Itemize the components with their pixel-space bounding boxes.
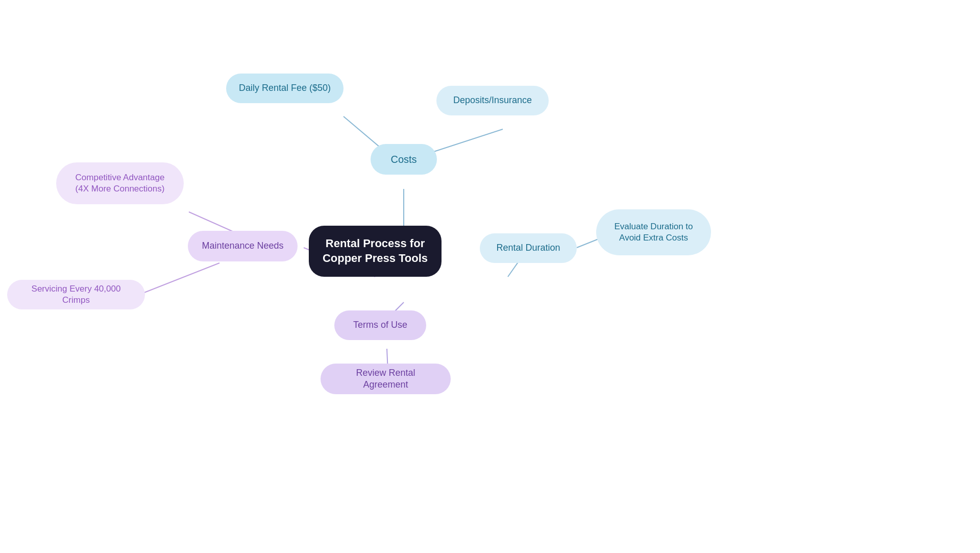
center-node: Rental Process for Copper Press Tools bbox=[309, 226, 442, 277]
review-rental-agreement-node: Review Rental Agreement bbox=[321, 364, 451, 394]
daily-rental-fee-node: Daily Rental Fee ($50) bbox=[226, 74, 344, 103]
evaluate-duration-node: Evaluate Duration to Avoid Extra Costs bbox=[596, 209, 711, 255]
competitive-advantage-node: Competitive Advantage (4X More Connectio… bbox=[56, 162, 184, 204]
deposits-insurance-node: Deposits/Insurance bbox=[436, 86, 549, 115]
terms-of-use-node: Terms of Use bbox=[334, 310, 426, 340]
svg-line-9 bbox=[143, 263, 219, 293]
rental-duration-node: Rental Duration bbox=[480, 233, 577, 263]
costs-node: Costs bbox=[371, 144, 437, 175]
maintenance-needs-node: Maintenance Needs bbox=[188, 231, 298, 261]
svg-line-8 bbox=[189, 212, 235, 232]
servicing-node: Servicing Every 40,000 Crimps bbox=[7, 280, 145, 309]
